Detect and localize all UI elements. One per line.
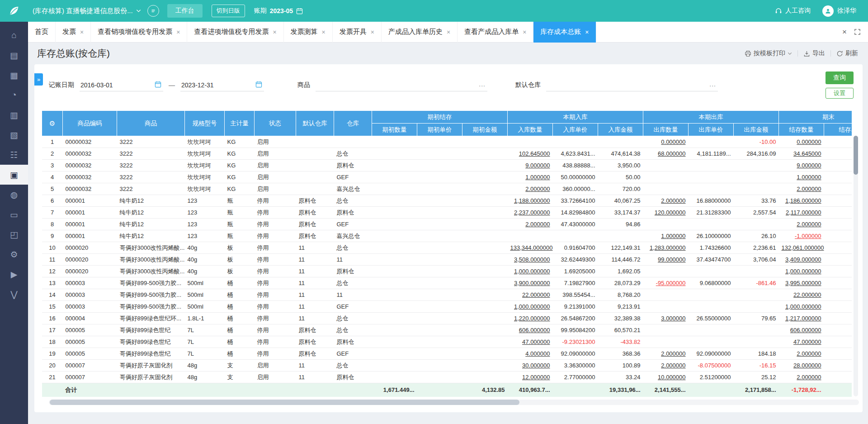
drilldown-link[interactable]: 1,186.000000 — [779, 195, 824, 207]
drilldown-link[interactable]: 606.000000 — [779, 324, 824, 336]
vertical-scrollbar-thumb[interactable] — [854, 136, 858, 175]
drilldown-link[interactable]: 1.000000 — [508, 172, 553, 183]
tab-0[interactable]: 首页 — [28, 22, 56, 43]
sidebar-item-invoice[interactable]: ▤ — [0, 45, 28, 65]
sidebar-item-inventory[interactable]: ▣ — [0, 165, 28, 185]
drilldown-link[interactable]: -95.000000 — [643, 277, 689, 289]
tab-close-icon[interactable]: × — [176, 29, 180, 36]
workbench-button[interactable]: 工作台 — [167, 4, 203, 18]
calendar-icon[interactable] — [296, 8, 303, 14]
drilldown-link[interactable]: 3,409.000000 — [779, 254, 824, 266]
drilldown-link[interactable]: 2.000000 — [508, 183, 553, 195]
sidebar-item-assets[interactable]: ◰ — [0, 224, 28, 244]
sidebar-item-service[interactable]: ◍ — [0, 185, 28, 205]
tab-3[interactable]: 查看进项增值税专用发票× — [187, 22, 283, 43]
drilldown-link[interactable]: 2.000000 — [643, 195, 689, 207]
drilldown-link[interactable]: 9.000000 — [508, 160, 553, 172]
drilldown-link[interactable]: 12.000000 — [508, 372, 553, 383]
horizontal-scrollbar-thumb[interactable] — [50, 400, 519, 405]
calendar-icon[interactable] — [255, 81, 262, 88]
close-tab-icon[interactable]: × — [842, 28, 847, 36]
tab-1[interactable]: 发票× — [56, 22, 91, 43]
drilldown-link[interactable]: 1.000000 — [779, 172, 824, 183]
settings-button[interactable]: 设置 — [826, 88, 854, 99]
drilldown-link[interactable]: 3,900.000000 — [508, 277, 553, 289]
tab-close-icon[interactable]: × — [447, 29, 450, 36]
sidebar-item-detail-list[interactable]: ☷ — [0, 145, 28, 165]
tab-close-icon[interactable]: × — [585, 29, 589, 36]
user-menu[interactable]: 徐泽华 — [822, 5, 856, 17]
date-to-input[interactable] — [180, 79, 264, 91]
drilldown-link[interactable]: 10.000000 — [643, 372, 689, 383]
sidebar-item-ledger[interactable]: ▧ — [0, 125, 28, 145]
column-settings-icon[interactable]: ⚙ — [42, 111, 63, 136]
period-value[interactable]: 2023-05 — [270, 7, 293, 14]
product-input[interactable] — [316, 79, 477, 91]
sidebar-item-home[interactable]: ⌂ — [0, 25, 28, 45]
drilldown-link[interactable]: 9.000000 — [779, 160, 824, 172]
drilldown-link[interactable]: 133,344.000000 — [508, 242, 553, 254]
drilldown-link[interactable]: 28.000000 — [779, 360, 824, 372]
drilldown-link[interactable]: -1.000000 — [779, 230, 824, 242]
drilldown-link[interactable]: 2,237.000000 — [508, 207, 553, 219]
drilldown-link[interactable]: 47.000000 — [779, 336, 824, 348]
sidebar-item-checkout[interactable]: ▭ — [0, 205, 28, 224]
drilldown-link[interactable]: 1,000.000000 — [779, 266, 824, 277]
date-from-input[interactable] — [80, 79, 163, 91]
drilldown-link[interactable]: 68.000000 — [643, 148, 689, 160]
tab-7[interactable]: 查看产成品入库单× — [458, 22, 533, 43]
company-selector[interactable]: (库存核算) 直播畅捷通信息股份... — [33, 7, 141, 15]
drilldown-link[interactable]: 3.000000 — [643, 313, 689, 324]
drilldown-link[interactable]: 1.000000 — [643, 230, 689, 242]
tab-close-icon[interactable]: × — [371, 29, 374, 36]
drilldown-link[interactable]: 30.000000 — [508, 360, 553, 372]
drilldown-link[interactable]: 22.000000 — [508, 289, 553, 301]
vertical-scrollbar[interactable] — [854, 136, 858, 396]
tab-close-icon[interactable]: × — [523, 29, 526, 36]
sidebar-item-vouchers[interactable]: ▥ — [0, 105, 28, 125]
drilldown-link[interactable]: 3,508.000000 — [508, 254, 553, 266]
calendar-icon[interactable] — [155, 81, 161, 88]
drilldown-link[interactable]: 34.645000 — [779, 148, 824, 160]
tab-6[interactable]: 产成品入库单历史× — [382, 22, 458, 43]
tab-2[interactable]: 查看销项增值税专用发票× — [91, 22, 187, 43]
drilldown-link[interactable]: 22.000000 — [779, 289, 824, 301]
refresh-button[interactable]: 刷新 — [836, 49, 858, 57]
drilldown-link[interactable]: 1,000.000000 — [508, 301, 553, 313]
drilldown-link[interactable]: 132,061.000000 — [779, 242, 824, 254]
sidebar-item-settings[interactable]: ⚙ — [0, 244, 28, 264]
drilldown-link[interactable]: 2.000000 — [508, 219, 553, 230]
sidebar-item-version[interactable]: ⋁ — [0, 284, 28, 304]
tab-5[interactable]: 发票开具× — [333, 22, 382, 43]
fullscreen-icon[interactable] — [854, 29, 861, 35]
drilldown-link[interactable]: 1,283.000000 — [643, 242, 689, 254]
drilldown-link[interactable]: 2.000000 — [643, 348, 689, 360]
drilldown-link[interactable]: 4.000000 — [508, 348, 553, 360]
horizontal-scrollbar[interactable] — [49, 400, 859, 405]
drilldown-link[interactable]: 1,220.000000 — [508, 313, 553, 324]
query-button[interactable]: 查询 — [826, 71, 854, 84]
tab-close-icon[interactable]: × — [80, 29, 84, 36]
drilldown-link[interactable]: 606.000000 — [508, 324, 553, 336]
warehouse-input[interactable] — [546, 79, 708, 91]
tab-close-icon[interactable]: × — [322, 29, 326, 36]
sidebar-item-training[interactable]: ▶ — [0, 264, 28, 284]
drilldown-link[interactable]: 0.000000 — [643, 136, 689, 148]
drilldown-link[interactable]: 0.000000 — [779, 136, 824, 148]
drilldown-link[interactable]: 3,995.000000 — [779, 277, 824, 289]
sidebar-item-funds[interactable]: ◔ — [0, 85, 28, 105]
expand-filters-button[interactable]: » — [34, 73, 43, 86]
drilldown-link[interactable]: 2.000000 — [779, 348, 824, 360]
drilldown-link[interactable]: 2,117.000000 — [779, 207, 824, 219]
drilldown-link[interactable]: 2.000000 — [643, 360, 689, 372]
export-button[interactable]: 导出 — [803, 49, 825, 57]
drilldown-link[interactable]: 102.645000 — [508, 148, 553, 160]
tab-4[interactable]: 发票测算× — [284, 22, 333, 43]
org-list-icon[interactable] — [147, 5, 159, 17]
support-link[interactable]: 人工咨询 — [775, 7, 811, 15]
drilldown-link[interactable]: 120.000000 — [643, 207, 689, 219]
warehouse-picker-icon[interactable]: ... — [708, 81, 718, 90]
drilldown-link[interactable]: 1,000.000000 — [508, 266, 553, 277]
drilldown-link[interactable]: 2.000000 — [779, 183, 824, 195]
drilldown-link[interactable]: 47.000000 — [508, 336, 553, 348]
